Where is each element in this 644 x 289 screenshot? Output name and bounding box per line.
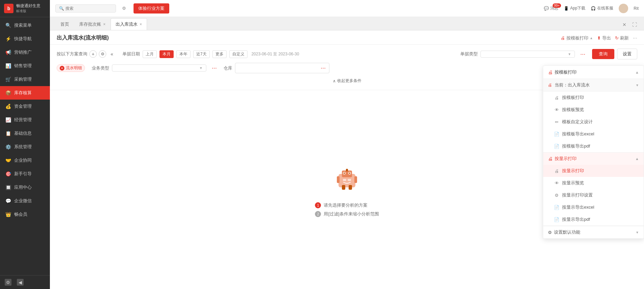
dropdown-display-pdf-item[interactable]: 📄 按显示导出pdf	[543, 213, 644, 226]
filter-add-btn[interactable]: +	[89, 50, 97, 58]
dropdown-display-settings-item[interactable]: ⚙ 按显示打印设置	[543, 189, 644, 201]
dropdown-template-pdf-item[interactable]: 📄 按模板导出pdf	[543, 140, 644, 152]
settings-btn[interactable]: 设置	[617, 49, 637, 59]
biz-type-select[interactable]: ▼	[112, 64, 206, 72]
display-settings-label: 按显示打印设置	[562, 192, 593, 198]
sidebar-item-search[interactable]: 🔍 搜索菜单	[0, 19, 50, 32]
sidebar-item-label: 库存核算	[14, 90, 32, 96]
date-btn-thisyear[interactable]: 本年	[176, 50, 191, 58]
warehouse-more-icon[interactable]: ···	[321, 64, 326, 72]
filter-setting-btn[interactable]: ⚙	[99, 50, 106, 58]
template-print-icon: 🖨	[554, 95, 559, 100]
search-input[interactable]	[65, 6, 109, 11]
finance-icon: 💰	[5, 103, 11, 110]
display-print-icon: 🖨	[554, 168, 559, 174]
dropdown-display-header[interactable]: 🖨 按显示打印 ▲	[543, 153, 644, 165]
industry-btn[interactable]: 体验行业方案	[134, 3, 169, 14]
current-item-icon: 🖨	[548, 83, 552, 87]
sidebar-item-operation[interactable]: 📈 经营管理	[0, 113, 50, 127]
dropdown-current-item[interactable]: 🖨 当前：出入库流水 ▼	[543, 79, 644, 91]
date-btn-more[interactable]: 更多	[212, 50, 227, 58]
username-label[interactable]: Rit	[634, 6, 639, 11]
display-preview-label: 按显示预览	[562, 180, 584, 186]
tab-batch-account[interactable]: 库存批次账 ×	[74, 18, 111, 30]
message-icon: 💬	[544, 6, 549, 11]
date-btn-7days[interactable]: 近7天	[193, 50, 210, 58]
display-pdf-icon: 📄	[554, 217, 559, 222]
date-btn-thismonth[interactable]: 本月	[159, 50, 174, 58]
type-select[interactable]: ▼	[480, 51, 575, 58]
tab-flow-close[interactable]: ×	[140, 22, 142, 27]
sidebar-item-finance[interactable]: 💰 资金管理	[0, 100, 50, 113]
dropdown-template-preview-item[interactable]: 👁 按模板预览	[543, 104, 644, 116]
excel-icon: 📄	[554, 131, 559, 137]
template-custom-label: 模板自定义设计	[562, 119, 593, 125]
print-btn[interactable]: 🖨 按模板打印 ▲	[561, 35, 593, 41]
dropdown-display-excel-item[interactable]: 📄 按显示导出excel	[543, 201, 644, 213]
sidebar-bottom: ⚙ ◀	[0, 275, 50, 289]
sidebar-item-corp[interactable]: 🤝 企业协同	[0, 154, 50, 167]
message-btn[interactable]: 💬 消息 99+	[544, 5, 558, 11]
query-btn[interactable]: 查询	[592, 49, 614, 59]
export-btn[interactable]: ⬆ 导出	[597, 35, 611, 41]
sidebar-settings-btn[interactable]: ⚙	[5, 279, 11, 286]
sidebar-item-purchase[interactable]: 🛒 采购管理	[0, 73, 50, 86]
display-excel-icon: 📄	[554, 205, 559, 210]
dropdown-footer[interactable]: ⚙ 设置默认功能 ▼	[543, 226, 644, 238]
tab-home[interactable]: 首页	[55, 18, 74, 30]
sidebar-item-wechat[interactable]: 💬 企业微信	[0, 194, 50, 208]
service-btn[interactable]: 🎧 在线客服	[591, 5, 613, 11]
sidebar-item-member[interactable]: 👑 畅会员	[0, 208, 50, 221]
tab-flow[interactable]: 出入库流水 ×	[111, 18, 147, 30]
sidebar-item-apps[interactable]: 🔲 应用中心	[0, 181, 50, 194]
sidebar-collapse-btn[interactable]: ◀	[17, 279, 24, 286]
sidebar-item-basic[interactable]: 📋 基础信息	[0, 127, 50, 140]
tab-batch-close[interactable]: ×	[103, 22, 106, 27]
date-btn-lastmonth[interactable]: 上月	[143, 50, 157, 58]
print-label: 按模板打印	[566, 35, 588, 41]
dropdown-template-excel-item[interactable]: 📄 按模板导出excel	[543, 128, 644, 140]
svg-rect-7	[337, 176, 340, 183]
sidebar-item-inventory[interactable]: 📦 库存核算	[0, 86, 50, 100]
filter-collapse-btn[interactable]: «	[108, 50, 116, 58]
collapse-conditions-btn[interactable]: ∧ 收起更多条件	[331, 76, 363, 86]
user-avatar[interactable]	[619, 4, 628, 13]
maximize-icon[interactable]: ⛶	[631, 21, 639, 29]
pdf-icon: 📄	[554, 143, 559, 149]
app-download-btn[interactable]: 📱 App下载	[564, 5, 585, 11]
apps-icon: 🔲	[5, 184, 11, 191]
close-icon[interactable]: ✕	[620, 21, 628, 29]
sidebar-item-label: 新手引导	[14, 171, 32, 177]
dropdown-header[interactable]: 🖨 按模板打印 ▲	[543, 66, 644, 79]
more-actions-btn[interactable]: ···	[633, 35, 637, 41]
sidebar-item-guide[interactable]: 🎯 新手引导	[0, 167, 50, 181]
sidebar-item-quick-nav[interactable]: ⚡ 快捷导航	[0, 32, 50, 46]
tab-home-label: 首页	[60, 21, 69, 27]
template-excel-label: 按模板导出excel	[562, 131, 594, 137]
sidebar-item-marketing[interactable]: 📢 营销推广	[0, 46, 50, 59]
warehouse-select[interactable]: ···	[235, 63, 329, 73]
dropdown-template-print-item[interactable]: 🖨 按模板打印	[543, 91, 644, 104]
filter-row-date: 按以下方案查询 + ⚙ « 单据日期 上月 本月 本年 近7天 更多 自定义 2…	[57, 49, 637, 59]
sidebar-item-label: 企业微信	[14, 198, 32, 204]
biz-type-container: 业务类型 ▼ ···	[92, 64, 217, 72]
sidebar-item-label: 销售管理	[14, 63, 32, 69]
wechat-icon: 💬	[5, 198, 11, 204]
gear-icon[interactable]: ⚙	[119, 4, 129, 13]
marketing-icon: 📢	[5, 49, 11, 56]
sidebar-item-label: 畅会员	[14, 211, 27, 217]
display-section-icon: 🖨	[548, 156, 553, 161]
sidebar-item-label: 采购管理	[14, 76, 32, 82]
display-settings-icon: ⚙	[554, 192, 559, 198]
date-btn-custom[interactable]: 自定义	[229, 50, 247, 58]
sidebar-item-system[interactable]: ⚙️ 系统管理	[0, 140, 50, 154]
type-select-more-icon[interactable]: ···	[580, 51, 585, 58]
dropdown-display-preview-item[interactable]: 👁 按显示预览	[543, 177, 644, 189]
empty-step-1: 1 请先选择要分析的方案	[315, 202, 379, 208]
dropdown-template-custom-item[interactable]: ✏ 模板自定义设计	[543, 116, 644, 128]
refresh-btn[interactable]: ↻ 刷新	[615, 35, 629, 41]
biz-select-more-icon[interactable]: ···	[212, 64, 217, 72]
sidebar-item-sales[interactable]: 📊 销售管理	[0, 59, 50, 73]
biz-type-label: 业务类型	[92, 65, 109, 71]
dropdown-display-print-item[interactable]: 🖨 按显示打印	[543, 165, 644, 177]
